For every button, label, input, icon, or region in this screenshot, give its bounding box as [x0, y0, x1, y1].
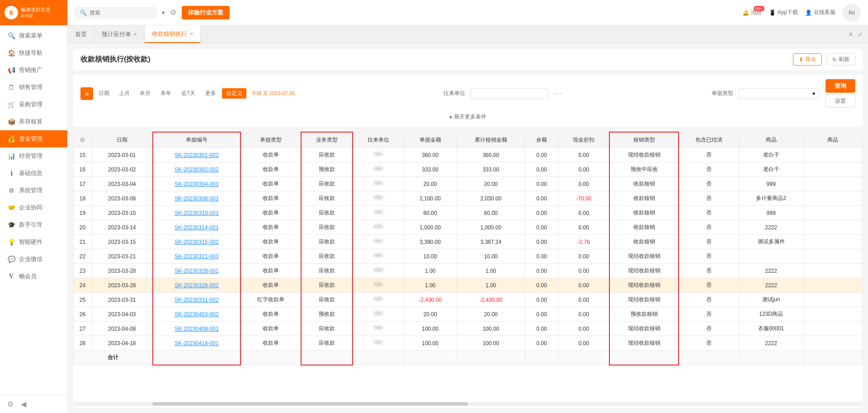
- col-biztype: 应收款: [301, 148, 353, 162]
- doc-type-label: 单据类型: [712, 90, 733, 97]
- doc-no-link[interactable]: SK-20230328-001: [175, 268, 218, 274]
- tab-home[interactable]: 首页: [68, 25, 94, 43]
- date-btn-7days[interactable]: 近7天: [177, 88, 199, 99]
- doc-no-link[interactable]: SK-20230328-002: [175, 282, 218, 289]
- col-balance: 0.00: [525, 177, 558, 191]
- date-btn-this-year[interactable]: 本年: [156, 88, 175, 99]
- doc-no-link[interactable]: SK-20230302-002: [175, 166, 218, 173]
- gear-icon[interactable]: ⚙: [170, 8, 176, 17]
- doc-no-link[interactable]: SK-20230408-001: [175, 326, 218, 332]
- doc-no-link[interactable]: SK-20230321-003: [175, 253, 218, 260]
- tab-prepay-close[interactable]: ×: [134, 31, 137, 38]
- col-doctype-header: 单据类型: [241, 132, 301, 148]
- search-input[interactable]: [90, 9, 151, 16]
- table-gear-icon[interactable]: ⚙: [80, 136, 85, 143]
- doc-no-link[interactable]: SK-20230315-002: [175, 239, 218, 245]
- sidebar-logo: 6 畅康道好生意 标推版: [0, 0, 67, 25]
- close-window-icon[interactable]: ✕: [848, 31, 854, 38]
- sidebar-item-funds[interactable]: 💰资金管理: [0, 130, 67, 147]
- col-date: 2023-04-08: [92, 322, 153, 336]
- app-download-btn[interactable]: 📱 App下载: [769, 9, 798, 16]
- col-no: 20: [74, 220, 92, 235]
- sidebar-item-basic[interactable]: ℹ基础信息: [0, 165, 67, 182]
- col-doctype: 收款单: [241, 206, 301, 220]
- app-icon: 📱: [769, 9, 776, 16]
- expand-more-btn[interactable]: ▾ 展开更多条件: [80, 111, 855, 123]
- system-icon: ⚙: [7, 187, 15, 194]
- sidebar-item-operations[interactable]: 📊经营管理: [0, 147, 67, 165]
- sidebar-item-purchase[interactable]: 🛒采购管理: [0, 96, 67, 113]
- tab-prepay[interactable]: 预计应付单 ×: [94, 25, 145, 43]
- sidebar-item-marketing[interactable]: 📢营销推广: [0, 62, 67, 79]
- table-scroll[interactable]: ⚙ 日期 单据编号 单据类型 业务类型 往来单位 单据金额 累计核销金额 余额 …: [73, 132, 863, 400]
- col-no: 15: [74, 148, 92, 162]
- col-accum: 1.00: [457, 264, 525, 278]
- col-date: 2023-03-10: [92, 206, 153, 220]
- avatar[interactable]: Rit: [843, 4, 861, 22]
- table-scrollbar[interactable]: [73, 402, 863, 406]
- sidebar-item-system[interactable]: ⚙系统管理: [0, 182, 67, 199]
- sidebar-item-sales[interactable]: 🗒销售管理: [0, 79, 67, 96]
- sidebar-item-search[interactable]: 🔍搜索菜单: [0, 27, 67, 44]
- col-accum: 20.00: [457, 307, 525, 322]
- col-no: 21: [74, 235, 92, 249]
- col-docno: SK-20230302-002: [153, 162, 241, 177]
- doc-no-link[interactable]: SK-20230314-001: [175, 224, 218, 231]
- col-partner: ****: [353, 293, 404, 307]
- col-biztype: 应收款: [301, 177, 353, 191]
- col-cashdisc: -2.76: [558, 235, 609, 249]
- sidebar-item-quicknav[interactable]: 🏠快捷导航: [0, 44, 67, 62]
- doc-no-link[interactable]: SK-20230418-001: [175, 340, 218, 347]
- industry-btn[interactable]: 体验行业方案: [182, 6, 230, 19]
- topbar-search-box[interactable]: 🔍: [75, 7, 156, 18]
- query-button[interactable]: 查询: [826, 79, 855, 93]
- table-row: 26 2023-04-03 SK-20230403-002 收款单 预收款 **…: [74, 307, 863, 322]
- export-button[interactable]: ⬆ 导出: [793, 53, 822, 66]
- expand-icon[interactable]: ⤢: [857, 31, 863, 38]
- date-btn-last-month[interactable]: 上月: [115, 88, 134, 99]
- col-product2: [803, 264, 862, 278]
- date-btn-this-month[interactable]: 本月: [136, 88, 155, 99]
- table-row: 16 2023-03-02 SK-20230302-002 收款单 预收款 **…: [74, 162, 863, 177]
- settings-button[interactable]: 设置: [826, 95, 855, 108]
- tab-collection-close[interactable]: ×: [190, 31, 193, 37]
- refresh-button[interactable]: ↻ 刷新: [826, 53, 855, 66]
- col-partner: ****: [353, 191, 404, 206]
- table-row: 27 2023-04-08 SK-20230408-001 收款单 应收款 **…: [74, 322, 863, 336]
- sidebar-item-guide[interactable]: 🎓新手引导: [0, 216, 67, 233]
- logo-text: 畅康道好生意: [21, 6, 51, 13]
- col-docno: SK-20230310-001: [153, 206, 241, 220]
- col-partner: ****: [353, 220, 404, 235]
- filter-toggle-btn[interactable]: »: [80, 87, 93, 100]
- doc-no-link[interactable]: SK-20230301-002: [175, 152, 218, 158]
- collapse-icon[interactable]: ◀: [21, 400, 26, 408]
- settings-icon[interactable]: ⚙: [7, 400, 14, 408]
- sidebar-item-wechat[interactable]: 💬企业微信: [0, 251, 67, 268]
- date-btn-more[interactable]: 更多: [201, 88, 220, 99]
- sidebar-item-member[interactable]: V畅会员: [0, 268, 67, 285]
- date-btn-custom[interactable]: 自定义: [222, 88, 246, 99]
- doc-no-link[interactable]: SK-20230403-002: [175, 311, 218, 318]
- doc-no-link[interactable]: SK-20230310-001: [175, 210, 218, 216]
- footer-label: 合计: [74, 351, 153, 365]
- table-row: 25 2023-03-31 SK-20230331-002 红字收款单 应收款 …: [74, 293, 863, 307]
- doc-no-link[interactable]: SK-20230331-002: [175, 297, 218, 303]
- tab-collection[interactable]: 收款核销执行 ×: [145, 25, 201, 43]
- doc-no-link[interactable]: SK-20230308-001: [175, 195, 218, 202]
- sidebar-item-hardware[interactable]: 💡智能硬件: [0, 233, 67, 251]
- partner-input[interactable]: [471, 88, 548, 99]
- col-settled: 否: [679, 293, 739, 307]
- date-options: 上月 本月 本年 近7天 更多 自定义: [115, 88, 246, 99]
- topbar-dropdown[interactable]: ▾: [162, 9, 165, 16]
- message-btn[interactable]: 🔔 消息 99+: [742, 9, 762, 16]
- clipboard-icon: 🗒: [7, 84, 15, 91]
- online-service-btn[interactable]: 👤 在线客服: [805, 9, 835, 16]
- sidebar-item-enterprise[interactable]: 🤝企业协同: [0, 199, 67, 216]
- col-accum: 100.00: [457, 322, 525, 336]
- table-footer-row: 合计: [74, 351, 863, 365]
- col-biztype: 应收款: [301, 336, 353, 351]
- doc-no-link[interactable]: SK-20230304-001: [175, 181, 218, 187]
- sidebar-item-inventory[interactable]: 📦库存核算: [0, 113, 67, 130]
- col-partner: ****: [353, 336, 404, 351]
- doc-type-select[interactable]: ▾: [739, 88, 820, 99]
